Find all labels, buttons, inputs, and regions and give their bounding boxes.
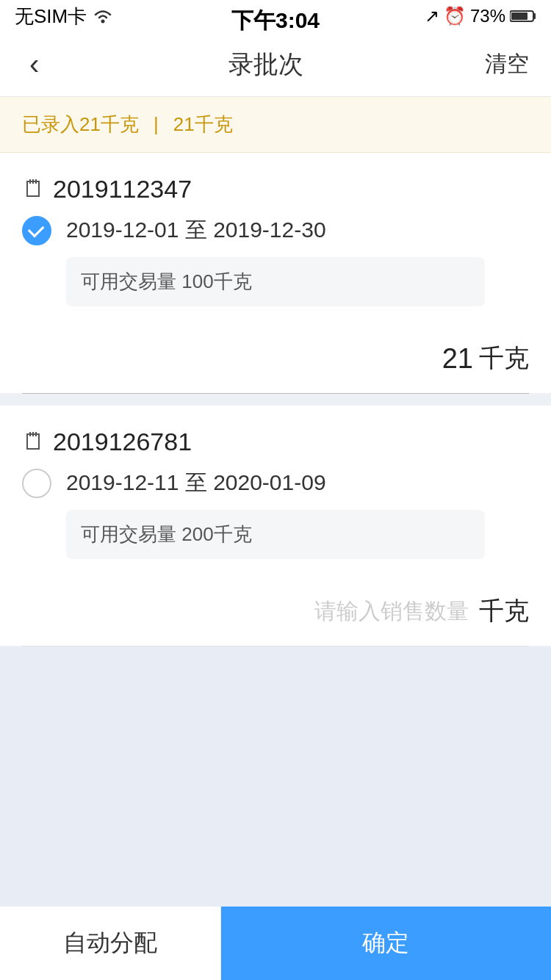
batch1-icon: 🗒 <box>22 176 46 203</box>
batch1-amount-input[interactable] <box>385 343 473 375</box>
clear-button[interactable]: 清空 <box>485 49 529 79</box>
batch1-number: 2019112347 <box>53 175 192 203</box>
batch2-unit: 千克 <box>479 594 529 628</box>
batch2-icon: 🗒 <box>22 428 46 455</box>
info-value: 21千克 <box>173 112 233 137</box>
batch2-placeholder: 请输入销售数量 <box>314 597 469 627</box>
info-bar: 已录入21千克 | 21千克 <box>0 97 551 153</box>
separator1 <box>0 394 551 406</box>
recorded-label: 已录入21千克 <box>22 112 139 137</box>
status-time: 下午3:04 <box>231 6 320 36</box>
batch1-avail-wrapper: 可用交易量 100千克 <box>22 257 529 324</box>
status-bar: 无SIM卡 下午3:04 ↗ ⏰ 73% <box>0 0 551 32</box>
status-left: 无SIM卡 <box>15 4 113 29</box>
carrier-text: 无SIM卡 <box>15 4 87 29</box>
svg-point-0 <box>101 20 105 24</box>
info-divider: | <box>154 113 159 136</box>
back-button[interactable]: ‹ <box>22 40 46 88</box>
batch1-row: 2019-12-01 至 2019-12-30 <box>22 215 529 245</box>
batch1-amount-row: 千克 <box>0 324 551 393</box>
batch2-header: 🗒 2019126781 <box>22 428 529 456</box>
auto-distribute-button[interactable]: 自动分配 <box>0 907 221 980</box>
batch2-input-row: 请输入销售数量 千克 <box>0 577 551 646</box>
location-icon: ↗ <box>425 6 439 26</box>
batch1-unit: 千克 <box>479 342 529 375</box>
batch1-radio[interactable] <box>22 216 51 245</box>
svg-rect-2 <box>533 13 536 19</box>
batch2-row: 2019-12-11 至 2020-01-09 <box>22 468 529 498</box>
alarm-icon: ⏰ <box>444 6 466 26</box>
batch2-availability: 可用交易量 200千克 <box>66 510 485 559</box>
bottom-bar: 自动分配 确定 <box>0 907 551 980</box>
batch1-availability: 可用交易量 100千克 <box>66 257 485 306</box>
batch1-card: 🗒 2019112347 2019-12-01 至 2019-12-30 可用交… <box>0 153 551 324</box>
status-right: ↗ ⏰ 73% <box>425 6 536 26</box>
batch2-date-range: 2019-12-11 至 2020-01-09 <box>66 468 326 498</box>
batch2-avail-wrapper: 可用交易量 200千克 <box>22 510 529 577</box>
battery-text: 73% <box>470 6 505 26</box>
batch2-radio[interactable] <box>22 469 51 498</box>
battery-icon <box>510 10 536 23</box>
svg-rect-3 <box>511 12 527 20</box>
batch2-number: 2019126781 <box>53 428 192 456</box>
nav-bar: ‹ 录批次 清空 <box>0 32 551 97</box>
batch1-date-range: 2019-12-01 至 2019-12-30 <box>66 215 326 245</box>
batch2-card: 🗒 2019126781 2019-12-11 至 2020-01-09 可用交… <box>0 406 551 577</box>
confirm-button[interactable]: 确定 <box>221 907 551 980</box>
wifi-icon <box>93 9 113 24</box>
page-title: 录批次 <box>228 48 303 82</box>
batch1-header: 🗒 2019112347 <box>22 175 529 203</box>
